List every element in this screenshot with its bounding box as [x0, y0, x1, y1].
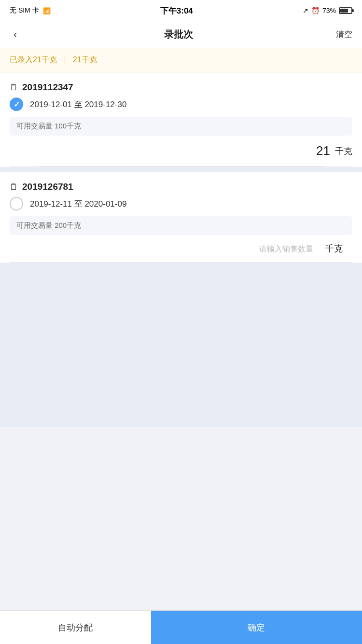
confirm-button[interactable]: 确定 — [151, 611, 362, 644]
item-header-2: 🗒 2019126781 — [10, 182, 352, 192]
input-row-2: 千克 — [10, 235, 352, 263]
gray-area — [0, 263, 362, 427]
bottom-bar: 自动分配 确定 — [0, 610, 362, 644]
quantity-input-2[interactable] — [19, 244, 320, 254]
entered-value: 21千克 — [73, 55, 97, 65]
item-id-2: 2019126781 — [22, 182, 73, 192]
item-date-2: 2019-12-11 至 2020-01-09 — [30, 198, 126, 210]
quantity-unit-1: 千克 — [335, 145, 352, 157]
item-quantity-row-1: 21 千克 — [10, 136, 352, 167]
item-id-1: 2019112347 — [22, 82, 73, 93]
status-right: ↗ ⏰ 73% — [303, 7, 352, 14]
wifi-icon: 📶 — [43, 7, 51, 14]
back-button[interactable]: ‹ — [10, 27, 21, 43]
sim-label: 无 SIM 卡 — [10, 6, 39, 15]
item-card-2: 🗒 2019126781 2019-12-11 至 2020-01-09 可用交… — [0, 172, 362, 263]
battery-percent: 73% — [322, 7, 336, 14]
item-date-1: 2019-12-01 至 2019-12-30 — [30, 99, 126, 110]
clear-button[interactable]: 清空 — [336, 29, 352, 40]
entered-amount: 已录入21千克 — [10, 55, 57, 65]
radio-button-1[interactable] — [10, 98, 23, 111]
item-card-1: 🗒 2019112347 2019-12-01 至 2019-12-30 可用交… — [0, 72, 362, 167]
nav-bar: ‹ 录批次 清空 — [0, 21, 362, 48]
item-availability-2: 可用交易量 200千克 — [10, 216, 352, 235]
quantity-value-1: 21 — [316, 143, 330, 158]
input-unit-2: 千克 — [325, 243, 343, 254]
info-banner: 已录入21千克 21千克 — [0, 48, 362, 72]
item-availability-1: 可用交易量 100千克 — [10, 117, 352, 136]
status-bar: 无 SIM 卡 📶 下午3:04 ↗ ⏰ 73% — [0, 0, 362, 21]
banner-divider — [65, 56, 65, 65]
card-separator — [0, 167, 362, 172]
status-left: 无 SIM 卡 📶 — [10, 6, 51, 15]
item-doc-icon-2: 🗒 — [10, 182, 18, 192]
item-date-row-2: 2019-12-11 至 2020-01-09 — [10, 197, 352, 210]
item-doc-icon-1: 🗒 — [10, 83, 18, 93]
page-title: 录批次 — [164, 28, 193, 41]
location-icon: ↗ — [303, 7, 308, 14]
status-time: 下午3:04 — [160, 5, 193, 16]
item-date-row-1: 2019-12-01 至 2019-12-30 — [10, 98, 352, 111]
auto-distribute-button[interactable]: 自动分配 — [0, 611, 151, 644]
radio-button-2[interactable] — [10, 197, 23, 210]
alarm-icon: ⏰ — [311, 7, 320, 14]
item-header-1: 🗒 2019112347 — [10, 82, 352, 93]
battery-icon — [339, 7, 352, 14]
